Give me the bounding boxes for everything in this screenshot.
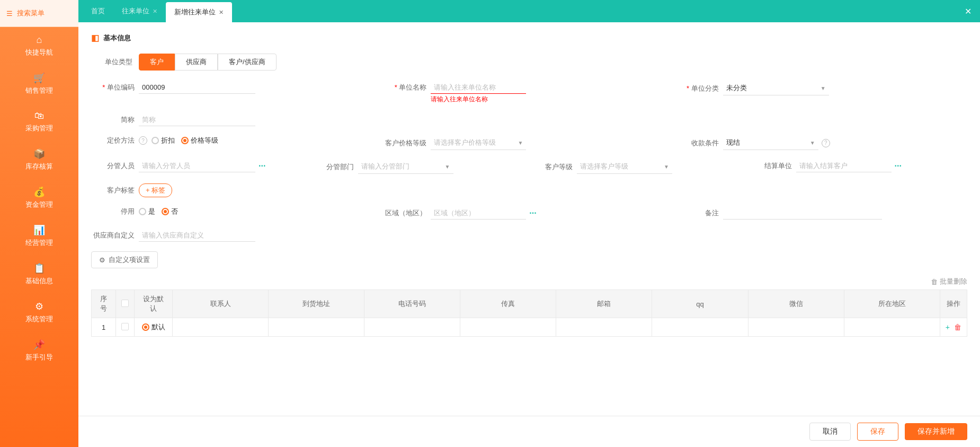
pricing-radio-discount[interactable]: 折扣 [152,136,175,145]
address-input[interactable] [274,323,359,331]
wechat-input[interactable] [754,323,839,331]
manager-input[interactable] [139,160,255,172]
row-checkbox[interactable] [121,323,129,330]
form-group-region: 区域（地区） ··· [383,207,675,220]
form-group-unit-name: 单位名称 请输入往来单位名称 [383,81,675,104]
remarks-input[interactable] [723,207,882,220]
form-row-2: 简称 [91,113,967,126]
customer-tag-label: 客户标签 [91,186,139,195]
disabled-yes-label: 是 [148,207,155,216]
tab-home[interactable]: 首页 [83,0,113,22]
add-tag-button[interactable]: + 标签 [139,183,172,197]
window-close-button[interactable]: ✕ [960,6,976,16]
tab-contacts-close[interactable]: ✕ [153,8,157,15]
form-group-payment-terms: 收款条件 现结 ▼ ? [675,136,967,150]
pricing-radio-price-level[interactable]: 价格等级 [181,136,218,145]
col-header-wechat: 微信 [748,290,844,318]
form-row-1: 单位编码 单位名称 请输入往来单位名称 单位分类 未分类 ▼ [91,81,967,104]
customer-price-label: 客户价格等级 [383,138,431,148]
select-all-checkbox[interactable] [121,300,129,307]
unit-category-select[interactable]: 未分类 ▼ [723,81,829,95]
add-row-icon[interactable]: + [946,323,950,331]
unit-code-input[interactable] [139,81,255,94]
form-group-customer-price: 客户价格等级 请选择客户价格等级 ▼ [383,136,675,150]
cancel-button[interactable]: 取消 [809,423,851,441]
row-fax[interactable] [460,318,556,337]
col-header-phone: 电话号码 [364,290,460,318]
row-phone[interactable] [364,318,460,337]
sidebar-item-purchase[interactable]: 🛍 采购管理 [0,103,78,141]
row-address[interactable] [269,318,364,337]
chevron-down-icon: ▼ [821,85,826,91]
settlement-more-icon[interactable]: ··· [892,161,905,171]
row-default-label: 默认 [152,322,165,332]
sidebar-item-sales[interactable]: 🛒 销售管理 [0,65,78,103]
form-group-customer-level: 客户等级 请选择客户等级 ▼ [529,160,749,174]
pricing-help-icon[interactable]: ? [139,136,147,145]
contact-input[interactable] [178,323,263,331]
sidebar-item-operations[interactable]: 📊 经营管理 [0,217,78,255]
sidebar-item-guide[interactable]: 📌 新手引导 [0,331,78,370]
col-header-default: 设为默认 [135,290,173,318]
sidebar-item-system[interactable]: ⚙ 系统管理 [0,293,78,331]
email-input[interactable] [562,323,646,331]
unit-type-supplier[interactable]: 供应商 [175,54,218,71]
disabled-radio-no[interactable]: 否 [162,207,178,216]
batch-delete-button[interactable]: 🗑 批量删除 [931,277,967,286]
payment-terms-select[interactable]: 现结 ▼ [723,136,818,150]
custom-settings-button[interactable]: ⚙ 自定义项设置 [91,251,158,268]
form-group-settlement: 结算单位 ··· [749,160,968,172]
phone-input[interactable] [370,323,455,331]
form-group-unit-category: 单位分类 未分类 ▼ [675,81,967,95]
sidebar-item-label: 经营管理 [25,238,53,248]
row-contact[interactable] [173,318,269,337]
short-name-input[interactable] [139,113,255,126]
save-new-button[interactable]: 保存并新增 [905,423,967,440]
disabled-radio-yes[interactable]: 是 [139,207,155,216]
region-input[interactable] [431,207,526,220]
tab-new-contact[interactable]: 新增往来单位 ✕ [166,2,232,22]
supplier-custom-input[interactable] [139,229,255,242]
sidebar-search[interactable]: ☰ 搜索菜单 [0,5,78,21]
row-region[interactable] [844,318,940,337]
search-icon: ☰ [6,10,13,17]
gear-icon: ⚙ [99,256,105,264]
qq-input[interactable] [657,323,742,331]
unit-type-both[interactable]: 客户/供应商 [218,54,277,71]
fax-input[interactable] [466,323,550,331]
payment-terms-value: 现结 [726,138,806,147]
row-check[interactable] [116,318,135,337]
custom-settings-label: 自定义项设置 [109,255,150,265]
save-button[interactable]: 保存 [857,423,898,441]
customer-price-select[interactable]: 请选择客户价格等级 ▼ [431,136,526,150]
sidebar-item-finance[interactable]: 💰 资金管理 [0,179,78,217]
col-header-qq: qq [652,290,748,318]
col-header-region: 所在地区 [844,290,940,318]
region-more-icon[interactable]: ··· [526,208,539,218]
sidebar-item-basic-info[interactable]: 📋 基础信息 [0,255,78,293]
manager-more-icon[interactable]: ··· [255,161,269,171]
batch-delete-label: 批量删除 [940,277,967,286]
tab-contacts[interactable]: 往来单位 ✕ [113,0,166,22]
unit-name-input[interactable] [431,81,526,94]
disabled-label: 停用 [91,207,139,216]
row-default-radio[interactable]: 默认 [140,322,167,332]
department-select[interactable]: 请输入分管部门 ▼ [358,160,453,174]
customer-level-select[interactable]: 请选择客户等级 ▼ [577,160,672,174]
payment-terms-help-icon[interactable]: ? [822,139,830,147]
row-qq[interactable] [652,318,748,337]
page-content: ◧ 基本信息 单位类型 客户 供应商 客户/供应商 单位编码 单位名称 请输入往… [78,22,980,416]
chevron-down-icon: ▼ [664,164,669,170]
chevron-down-icon: ▼ [810,140,815,146]
settlement-input[interactable] [796,160,892,172]
row-email[interactable] [556,318,652,337]
unit-type-customer[interactable]: 客户 [139,54,175,71]
region-table-input[interactable] [850,323,934,331]
unit-type-row: 单位类型 客户 供应商 客户/供应商 [91,54,967,71]
sidebar-item-quick-nav[interactable]: ⌂ 快捷导航 [0,27,78,65]
sidebar-item-inventory[interactable]: 📦 库存核算 [0,141,78,179]
delete-row-icon[interactable]: 🗑 [954,323,961,331]
row-wechat[interactable] [748,318,844,337]
tab-new-contact-close[interactable]: ✕ [219,9,224,16]
customer-level-placeholder: 请选择客户等级 [580,162,660,171]
